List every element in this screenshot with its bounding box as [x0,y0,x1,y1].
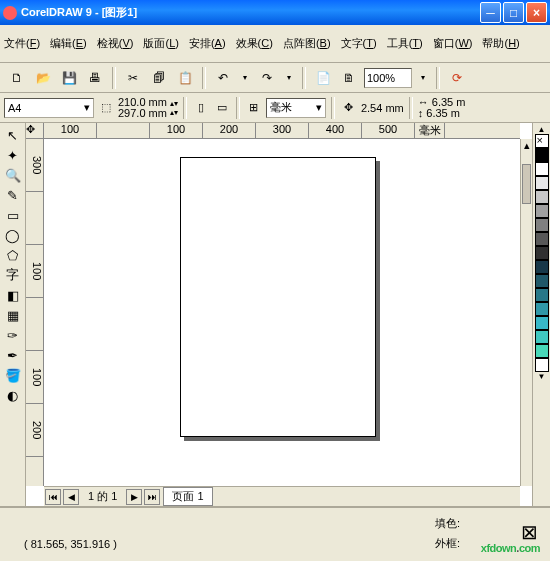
paste-button[interactable]: 📋 [174,67,196,89]
dup-y-icon: ↕ [418,107,424,119]
maximize-button[interactable]: □ [503,2,524,23]
import-button[interactable]: 📄 [312,67,334,89]
color-swatch[interactable] [535,162,549,176]
nudge-value[interactable]: 2.54 mm [361,102,404,114]
interactive-fill-tool[interactable]: ◧ [1,285,25,305]
zoom-dropdown[interactable]: ▾ [416,69,430,87]
titlebar: CorelDRAW 9 - [图形1] ─ □ × [0,0,550,25]
zoom-tool[interactable]: 🔍 [1,165,25,185]
menu-file[interactable]: 文件(F) [4,36,40,51]
color-swatch[interactable] [535,176,549,190]
zoom-combo[interactable] [364,68,412,88]
color-swatch[interactable] [535,218,549,232]
eyedropper-tool[interactable]: ✑ [1,325,25,345]
redo-button[interactable]: ↷ [256,67,278,89]
pick-tool[interactable]: ↖ [1,125,25,145]
color-swatch[interactable] [535,232,549,246]
menu-edit[interactable]: 编辑(E) [50,36,87,51]
ellipse-tool[interactable]: ◯ [1,225,25,245]
close-button[interactable]: × [526,2,547,23]
menu-help[interactable]: 帮助(H) [482,36,519,51]
text-tool[interactable]: 字 [1,265,25,285]
portrait-icon: ⬚ [97,99,115,117]
color-swatch[interactable] [535,330,549,344]
horizontal-scrollbar[interactable] [217,490,520,504]
print-button[interactable]: 🖶 [84,67,106,89]
color-swatch[interactable] [535,148,549,162]
cut-button[interactable]: ✂ [122,67,144,89]
color-swatch[interactable] [535,358,549,372]
color-swatch[interactable] [535,274,549,288]
menu-effects[interactable]: 效果(C) [236,36,273,51]
page-size-combo[interactable]: A4▾ [4,98,94,118]
page-width[interactable]: 210.0 mm [118,97,167,108]
rectangle-tool[interactable]: ▭ [1,205,25,225]
color-swatch[interactable] [535,260,549,274]
menu-layout[interactable]: 版面(L) [143,36,178,51]
freehand-tool[interactable]: ✎ [1,185,25,205]
outline-label: 外框: [435,536,460,551]
first-page-button[interactable]: ⏮ [45,489,61,505]
open-button[interactable]: 📂 [32,67,54,89]
outline-tool[interactable]: ✒ [1,345,25,365]
page-counter: 1 的 1 [80,489,125,504]
window-title: CorelDRAW 9 - [图形1] [21,5,480,20]
new-button[interactable]: 🗋 [6,67,28,89]
redo-dropdown[interactable]: ▾ [282,69,296,87]
menu-text[interactable]: 文字(T) [341,36,377,51]
corel-online-button[interactable]: ⟳ [446,67,468,89]
no-color-swatch[interactable]: × [535,134,549,148]
page-navigator: ⏮ ◀ 1 的 1 ▶ ⏭ 页面 1 [44,486,520,506]
menu-tools[interactable]: 工具(T) [387,36,423,51]
nudge-icon: ✥ [340,99,358,117]
ruler-origin[interactable]: ✥ [26,123,44,139]
page-dims: 210.0 mm 297.0 mm [118,97,167,119]
last-page-button[interactable]: ⏭ [144,489,160,505]
undo-button[interactable]: ↶ [212,67,234,89]
color-swatch[interactable] [535,246,549,260]
units-combo[interactable]: 毫米▾ [266,98,326,118]
next-page-button[interactable]: ▶ [126,489,142,505]
menu-bitmap[interactable]: 点阵图(B) [283,36,331,51]
window-buttons: ─ □ × [480,2,547,23]
portrait-button[interactable]: ▯ [192,99,210,117]
menubar: 文件(F) 编辑(E) 检视(V) 版面(L) 安排(A) 效果(C) 点阵图(… [0,25,550,63]
interactive-transparency-tool[interactable]: ▦ [1,305,25,325]
copy-button[interactable]: 🗐 [148,67,170,89]
undo-dropdown[interactable]: ▾ [238,69,252,87]
menu-arrange[interactable]: 安排(A) [189,36,226,51]
color-swatch[interactable] [535,344,549,358]
zoom-input[interactable] [367,72,409,84]
color-swatch[interactable] [535,190,549,204]
color-swatch[interactable] [535,204,549,218]
color-swatch[interactable] [535,302,549,316]
minimize-button[interactable]: ─ [480,2,501,23]
prev-page-button[interactable]: ◀ [63,489,79,505]
polygon-tool[interactable]: ⬠ [1,245,25,265]
duplicate-offset: ↔ 6.35 m ↕ 6.35 m [418,97,466,119]
vertical-scrollbar[interactable]: ▴ [520,139,532,486]
menu-window[interactable]: 窗口(W) [433,36,473,51]
statusbar: ( 81.565, 351.916 ) 填色: 外框: ⊠ xfdown.com [0,507,550,561]
app-icon [3,6,17,20]
vertical-ruler[interactable]: 300100100200 [26,139,44,486]
drawing-canvas[interactable] [44,139,520,486]
fill-tool[interactable]: 🪣 [1,365,25,385]
color-swatch[interactable] [535,316,549,330]
watermark: xfdown.com [481,536,540,557]
toolbox: ↖ ✦ 🔍 ✎ ▭ ◯ ⬠ 字 ◧ ▦ ✑ ✒ 🪣 ◐ [0,123,26,506]
page-rect [180,157,376,437]
palette-up-arrow[interactable]: ▲ [538,125,546,134]
page-height[interactable]: 297.0 mm [118,108,167,119]
shape-tool[interactable]: ✦ [1,145,25,165]
interactive-tool[interactable]: ◐ [1,385,25,405]
horizontal-ruler[interactable]: 100100200300400500毫米 [44,123,520,139]
export-button[interactable]: 🗎 [338,67,360,89]
page-tab-1[interactable]: 页面 1 [163,487,212,506]
menu-view[interactable]: 检视(V) [97,36,134,51]
save-button[interactable]: 💾 [58,67,80,89]
palette-down-arrow[interactable]: ▼ [538,372,546,381]
color-swatch[interactable] [535,288,549,302]
cursor-coordinates: ( 81.565, 351.916 ) [24,538,117,550]
landscape-button[interactable]: ▭ [213,99,231,117]
